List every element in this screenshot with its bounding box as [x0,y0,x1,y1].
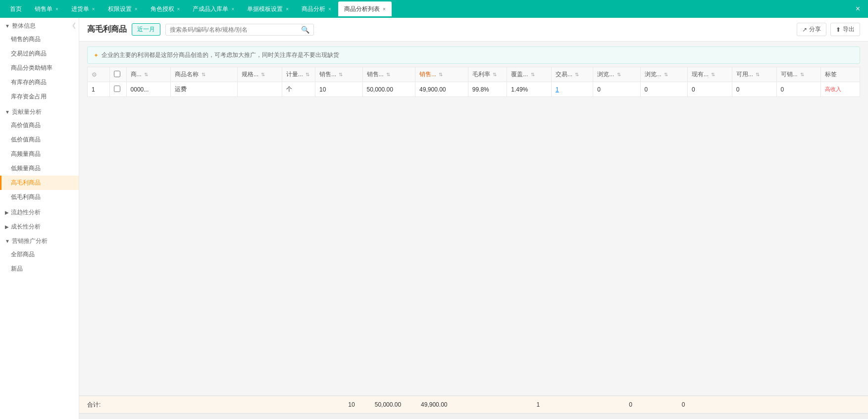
col-cover-header[interactable]: 覆盖... ⇅ [507,67,552,82]
col-trade-header[interactable]: 交易... ⇅ [552,67,593,82]
info-banner: ✦ 企业的主要的利润都是这部分商品创造的，可考虑加大推广，同时关注库存是不要出现… [87,47,860,64]
sidebar-collapse-button[interactable]: 《 [69,22,76,31]
row-check[interactable] [109,82,126,97]
nav-tab-home[interactable]: 首页 [4,1,28,16]
trade-link[interactable]: 1 [556,86,559,93]
close-purchase-tab[interactable]: × [92,6,95,12]
row-margin-rate: 99.8% [468,82,507,97]
export-button[interactable]: ⬆ 导出 [830,23,860,36]
col-gear[interactable]: ⚙ [88,67,110,82]
nav-tab-template[interactable]: 单据模板设置 × [241,1,295,16]
close-template-tab[interactable]: × [286,6,289,12]
settings-icon[interactable]: ⚙ [92,71,97,78]
row-sales-amount: 50,000.00 [362,82,415,97]
footer-sales-amount: 50,000.00 [375,401,401,408]
nav-tab-sales[interactable]: 销售单 × [29,1,64,16]
sidebar-item-stocked-goods[interactable]: 有库存的商品 [0,75,79,90]
sidebar-item-traded-goods[interactable]: 交易过的商品 [0,47,79,61]
sort-icon-15: ⇅ [800,72,804,77]
sidebar-group-growth[interactable]: ▶ 成长性分析 [0,219,79,233]
row-name: 运费 [171,82,238,97]
nav-tab-purchase[interactable]: 进货单 × [65,1,101,16]
sidebar-group-profit[interactable]: ▼ 贡献量分析 [0,104,79,118]
sidebar-group-trend[interactable]: ▶ 流趋性分析 [0,204,79,219]
close-product-entry-tab[interactable]: × [231,6,234,12]
tag-badge: 高收入 [825,86,841,92]
footer-trade: 1 [536,401,540,408]
nav-tab-product-entry[interactable]: 产成品入库单 × [187,1,240,16]
col-margin-header[interactable]: 毛利率 ⇅ [468,67,507,82]
row-unit: 个 [282,82,315,97]
row-sales-qty: 10 [315,82,362,97]
sort-icon-9: ⇅ [531,72,535,77]
info-icon: ✦ [94,52,99,59]
row-spec [238,82,282,97]
col-check[interactable] [109,67,126,82]
col-browse1-header[interactable]: 浏览... ⇅ [593,67,640,82]
table-wrapper: ⚙ 商... ⇅ 商品名称 ⇅ 规格... ⇅ 计量... ⇅ 销售... ⇅ … [87,67,860,395]
close-analysis-tab[interactable]: × [328,6,331,12]
sort-icon-4: ⇅ [306,72,309,77]
horizontal-scrollbar[interactable] [79,413,868,419]
search-icon[interactable]: 🔍 [301,26,309,34]
sort-icon-11: ⇅ [617,72,621,77]
sidebar-item-low-value[interactable]: 低价值商品 [0,133,79,147]
filter-recent-month-button[interactable]: 近一月 [132,23,160,36]
sidebar-item-sales-goods[interactable]: 销售的商品 [0,32,79,47]
col-available-header[interactable]: 可用... ⇅ [732,67,776,82]
sidebar-item-low-margin[interactable]: 低毛利商品 [0,190,79,204]
page-title: 高毛利商品 [87,24,127,35]
row-trade[interactable]: 1 [552,82,593,97]
sidebar-item-low-freq[interactable]: 低频量商品 [0,161,79,176]
nav-tab-analysis-list[interactable]: 商品分析列表 × [338,1,392,16]
col-sales-qty-header[interactable]: 销售... ⇅ [315,67,362,82]
col-saleable-header[interactable]: 可销... ⇅ [776,67,821,82]
sort-icon: ⇅ [144,72,148,77]
chevron-down-icon-2: ▼ [5,109,10,115]
footer-label: 合计: [87,401,101,409]
row-checkbox[interactable] [114,86,120,92]
footer-sales-qty: 10 [348,401,355,408]
sidebar: 《 ▼ 整体信息 销售的商品 交易过的商品 商品分类助销率 有库存的商品 库存资… [0,18,79,419]
col-spec-header[interactable]: 规格... ⇅ [238,67,282,82]
sidebar-item-assist-rate[interactable]: 商品分类助销率 [0,61,79,75]
col-unit-header[interactable]: 计量... ⇅ [282,67,315,82]
sidebar-item-all-goods[interactable]: 全部商品 [0,247,79,262]
sort-icon-13: ⇅ [711,72,715,77]
nav-tab-permission[interactable]: 权限设置 × [102,1,144,16]
search-box[interactable]: 🔍 [165,24,314,36]
main-layout: 《 ▼ 整体信息 销售的商品 交易过的商品 商品分类助销率 有库存的商品 库存资… [0,18,868,419]
row-saleable: 0 [776,82,821,97]
share-button[interactable]: ↗ 分享 [797,23,826,36]
select-all-checkbox[interactable] [114,71,120,77]
sort-icon-8: ⇅ [493,72,497,77]
close-analysis-list-tab[interactable]: × [383,6,386,12]
col-sales-profit-header[interactable]: 销售... ⇅ [415,67,468,82]
nav-tab-role[interactable]: 角色授权 × [145,1,186,16]
row-browse1: 0 [593,82,640,97]
sidebar-item-new-goods[interactable]: 新品 [0,262,79,276]
close-sales-tab[interactable]: × [55,6,58,12]
close-role-tab[interactable]: × [177,6,180,12]
sidebar-group-overall[interactable]: ▼ 整体信息 [0,18,79,32]
sidebar-group-marketing[interactable]: ▼ 营销推广分析 [0,233,79,247]
sidebar-item-stock-ratio[interactable]: 库存资金占用 [0,90,79,104]
close-permission-tab[interactable]: × [135,6,138,12]
row-browse2: 0 [640,82,687,97]
sort-icon-3: ⇅ [261,72,265,77]
goods-table: ⚙ 商... ⇅ 商品名称 ⇅ 规格... ⇅ 计量... ⇅ 销售... ⇅ … [87,67,860,97]
col-current-header[interactable]: 现有... ⇅ [688,67,732,82]
col-tag-header: 标签 [821,67,860,82]
nav-tab-analysis[interactable]: 商品分析 × [296,1,337,16]
col-sales-amount-header[interactable]: 销售... ⇅ [362,67,415,82]
sidebar-item-high-freq[interactable]: 高频量商品 [0,147,79,161]
col-browse2-header[interactable]: 浏览... ⇅ [640,67,687,82]
col-name-header[interactable]: 商品名称 ⇅ [171,67,238,82]
close-all-button[interactable]: × [852,4,864,13]
chevron-down-icon-3: ▼ [5,238,10,244]
sort-icon-12: ⇅ [664,72,668,77]
search-input[interactable] [170,26,299,33]
sidebar-item-high-value[interactable]: 高价值商品 [0,118,79,133]
sidebar-item-high-margin[interactable]: 高毛利商品 [0,176,79,190]
col-code-header[interactable]: 商... ⇅ [126,67,171,82]
